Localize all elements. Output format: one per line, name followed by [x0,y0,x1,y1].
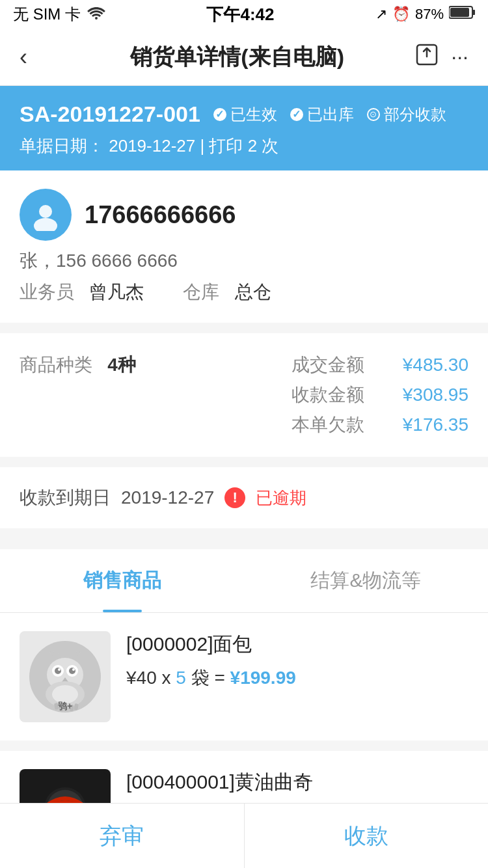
status-time: 下午4:42 [206,3,274,26]
more-icon[interactable]: ··· [451,45,468,69]
status-shipped: ✓ 已出库 [290,104,354,125]
due-date-value: 2019-12-27 [121,487,214,508]
alarm-icon: ⏰ [392,6,410,23]
svg-point-4 [39,205,52,218]
product-item: 鸮+ [0000002]面包 ¥40 x 5 袋 = ¥199.99 [0,613,488,740]
svg-text:鸮+: 鸮+ [58,701,72,711]
debt-amount-label: 本单欠款 [291,413,364,437]
product-type-row: 商品种类 4种 [20,353,136,377]
nav-bar: ‹ 销货单详情(来自电脑) ··· [0,29,488,86]
status-left: 无 SIM 卡 [13,4,105,25]
cancel-review-button[interactable]: 弃审 [0,804,245,868]
status-bar: 无 SIM 卡 下午4:42 ↗ ⏰ 87% [0,0,488,29]
check-icon-2: ✓ [290,108,303,121]
warehouse-label: 仓库 [183,282,219,302]
product-info-1: [0000002]面包 ¥40 x 5 袋 = ¥199.99 [126,631,468,722]
customer-phone: 17666666666 [85,201,236,229]
product-type-label: 商品种类 [20,355,92,375]
battery-text: 87% [415,6,444,23]
product-type-value: 4种 [107,355,136,375]
location-icon: ↗ [375,6,387,23]
back-button[interactable]: ‹ [20,44,59,71]
avatar [20,189,72,241]
product-name-1: [0000002]面包 [126,631,468,658]
carrier-text: 无 SIM 卡 [13,4,81,25]
salesman-label: 业务员 [20,282,74,302]
product-qty-1: 5 [176,668,186,688]
wifi-icon [87,5,105,23]
order-id: SA-20191227-001 [20,102,200,127]
due-section: 收款到期日 2019-12-27 ! 已逾期 [0,467,488,528]
status-active: ✓ 已生效 [213,104,277,125]
svg-point-5 [34,218,57,231]
debt-amount-value: ¥176.35 [377,414,468,435]
amounts-right: 成交金额 ¥485.30 收款金额 ¥308.95 本单欠款 ¥176.35 [291,353,468,437]
page-title: 销货单详情(来自电脑) [130,42,344,72]
tabs: 销售商品 结算&物流等 [0,549,488,613]
amount-section: 商品种类 4种 成交金额 ¥485.30 收款金额 ¥308.95 本单欠款 ¥… [0,333,488,457]
deal-amount-value: ¥485.30 [377,355,468,375]
salesman-value: 曾凡杰 [89,282,144,302]
product-thumb-1: 鸮+ [20,631,111,722]
svg-rect-2 [450,8,469,17]
battery-icon [449,5,475,23]
tab-products[interactable]: 销售商品 [0,549,244,612]
product-price-1: ¥40 x 5 袋 = ¥199.99 [126,666,468,690]
share-icon[interactable] [416,44,438,71]
product-total-1: ¥199.99 [230,668,296,688]
tab-settlement[interactable]: 结算&物流等 [244,549,488,612]
received-amount-value: ¥308.95 [377,385,468,405]
svg-point-12 [58,668,61,671]
overdue-icon: ! [224,487,245,508]
bottom-bar: 弃审 收款 [0,803,488,868]
status-right: ↗ ⏰ 87% [375,5,475,23]
svg-point-10 [55,668,61,674]
received-amount-label: 收款金额 [291,383,364,407]
svg-rect-1 [472,10,475,15]
customer-meta: 业务员 曾凡杰 仓库 总仓 [20,280,468,305]
nav-actions: ··· [416,44,468,71]
svg-point-11 [69,668,75,674]
clock-icon: ⊙ [367,108,380,121]
divider-1 [0,539,488,549]
order-banner: SA-20191227-001 ✓ 已生效 ✓ 已出库 ⊙ 部分收款 单据日期：… [0,86,488,170]
due-date-label: 收款到期日 [20,485,111,510]
status-partial: ⊙ 部分收款 [367,104,446,125]
check-icon: ✓ [213,108,226,121]
deal-amount-label: 成交金额 [291,353,364,377]
warehouse-value: 总仓 [235,282,271,302]
customer-name: 张，156 6666 6666 [20,249,468,273]
svg-point-13 [72,668,75,671]
overdue-text: 已逾期 [256,487,306,509]
customer-section: 17666666666 张，156 6666 6666 业务员 曾凡杰 仓库 总… [0,170,488,323]
receive-payment-button[interactable]: 收款 [245,804,489,868]
product-name-2: [000400001]黄油曲奇 [126,769,468,796]
order-date: 单据日期： 2019-12-27 | 打印 2 次 [20,135,468,157]
